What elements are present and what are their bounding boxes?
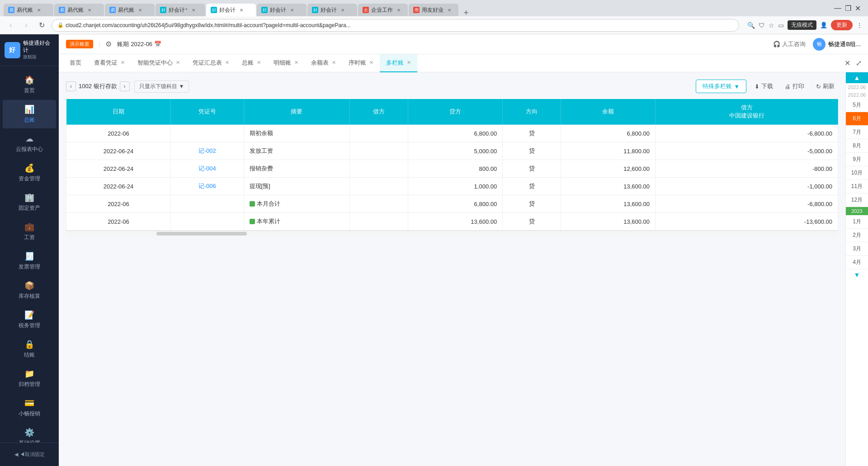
scroll-thumb[interactable]: [156, 232, 247, 235]
star-icon[interactable]: ☆: [769, 22, 774, 29]
refresh-button[interactable]: ↻: [36, 21, 47, 29]
demo-badge[interactable]: 演示账套: [66, 40, 93, 48]
next-account-button[interactable]: ›: [120, 81, 130, 91]
tab-close-voucher[interactable]: ✕: [121, 60, 125, 66]
sidebar-item-assets[interactable]: 🏢 固定资产: [3, 188, 56, 217]
tab-close-2[interactable]: ✕: [88, 8, 91, 13]
period-calendar-icon[interactable]: 📅: [154, 41, 161, 47]
sidebar-item-expense[interactable]: 💳 小畅报销: [3, 394, 56, 422]
close-button[interactable]: ✕: [855, 4, 861, 13]
tab-detail-ledger[interactable]: 明细账 ✕: [267, 54, 305, 72]
sidebar-item-close[interactable]: 🔒 结账: [3, 335, 56, 363]
maximize-button[interactable]: ❐: [845, 4, 851, 13]
tab-close-4[interactable]: ✕: [192, 8, 195, 13]
sidebar-item-invoice[interactable]: 🧾 发票管理: [3, 247, 56, 275]
browser-tab-6[interactable]: 好 好会计 ✕: [257, 4, 307, 16]
voucher-link[interactable]: 记-002: [198, 147, 216, 154]
tab-smart-voucher[interactable]: 智能凭证中心 ✕: [131, 54, 186, 72]
browser-tab-1[interactable]: 易 易代账 ✕: [4, 4, 53, 16]
unpin-button[interactable]: ◀ ◀取消固定: [0, 447, 59, 461]
browser-tab-4[interactable]: 好 好会计⁺ ✕: [156, 4, 205, 16]
new-tab-button[interactable]: ＋: [462, 8, 470, 16]
tab-close-multi-column[interactable]: ✕: [407, 60, 411, 66]
month-2023-1[interactable]: 1月: [846, 215, 868, 229]
month-2023-4[interactable]: 4月: [846, 256, 868, 269]
tab-label-8: 企业工作: [371, 6, 393, 14]
customer-service-button[interactable]: 🎧 人工咨询: [773, 40, 806, 48]
sidebar-item-fund[interactable]: 💰 资金管理: [3, 159, 56, 187]
tab-close-9[interactable]: ✕: [448, 8, 451, 13]
sidebar-item-report[interactable]: ☁ 云报表中心: [3, 129, 56, 158]
tab-close-general-ledger[interactable]: ✕: [257, 60, 261, 66]
sidebar-item-home[interactable]: 🏠 首页: [3, 71, 56, 99]
menu-icon[interactable]: ⋮: [856, 22, 863, 29]
month-11[interactable]: 11月: [846, 180, 868, 193]
month-2023-3[interactable]: 3月: [846, 242, 868, 256]
date-scroll-up[interactable]: ▲: [846, 72, 868, 83]
tab-close-voucher-summary[interactable]: ✕: [225, 60, 229, 66]
shield-icon[interactable]: 🛡: [759, 22, 765, 29]
sub-filter-dropdown[interactable]: 只显示下级科目 ▼: [134, 80, 189, 93]
tab-collapse-icon[interactable]: ✕: [843, 57, 852, 69]
tab-expand-icon[interactable]: ⤢: [854, 57, 863, 69]
browser-tab-5[interactable]: 好 好会计 ✕: [206, 4, 256, 16]
settings-gear-icon[interactable]: ⚙: [105, 40, 112, 48]
month-12[interactable]: 12月: [846, 193, 868, 207]
tab-close-1[interactable]: ✕: [37, 8, 41, 13]
update-button[interactable]: 更新: [831, 20, 853, 30]
sidebar-item-settings[interactable]: ⚙️ 基础设置: [3, 423, 56, 442]
tab-close-balance[interactable]: ✕: [332, 60, 336, 66]
voucher-link[interactable]: 记-006: [198, 183, 216, 189]
cell-balance: 13,600.00: [561, 195, 655, 213]
tab-home[interactable]: 首页: [63, 54, 88, 72]
month-8[interactable]: 8月: [846, 139, 868, 153]
sidebar-toggle-icon[interactable]: ▭: [778, 22, 784, 29]
user-profile-icon[interactable]: 👤: [820, 22, 827, 28]
browser-tab-7[interactable]: 好 好会计 ✕: [307, 4, 357, 16]
forward-button[interactable]: ›: [21, 21, 32, 29]
user-avatar: 畅: [813, 38, 826, 51]
sidebar-item-ledger[interactable]: 📊 总账: [3, 100, 56, 128]
tab-close-6[interactable]: ✕: [290, 8, 294, 13]
wuhen-mode-button[interactable]: 无痕模式: [788, 20, 816, 30]
sidebar-item-inventory[interactable]: 📦 库存核算: [3, 276, 56, 305]
sidebar-item-salary[interactable]: 💼 工资: [3, 217, 56, 246]
horizontal-scrollbar[interactable]: [66, 231, 838, 236]
minimize-button[interactable]: —: [834, 4, 841, 12]
print-button[interactable]: 🖨 打印: [781, 80, 808, 93]
month-7[interactable]: 7月: [846, 126, 868, 139]
search-icon[interactable]: 🔍: [747, 22, 755, 29]
tab-journal[interactable]: 序时账 ✕: [342, 54, 380, 72]
tab-close-5[interactable]: ✕: [240, 8, 243, 13]
tab-multi-column[interactable]: 多栏账 ✕: [380, 54, 417, 72]
tab-close-smart-voucher[interactable]: ✕: [176, 60, 180, 66]
month-5[interactable]: 5月: [846, 99, 868, 112]
sidebar-item-archive[interactable]: 📁 归档管理: [3, 364, 56, 393]
refresh-button[interactable]: ↻ 刷新: [812, 80, 838, 93]
browser-tab-2[interactable]: 易 易代账 ✕: [54, 4, 104, 16]
url-input[interactable]: 🔒 cloud2.chanjet.com/accounting/uh26t264…: [52, 19, 739, 32]
special-multi-column-button[interactable]: 特殊多栏账 ▼: [696, 80, 746, 93]
sidebar-item-tax[interactable]: 📝 税务管理: [3, 306, 56, 334]
voucher-link[interactable]: 记-004: [198, 165, 216, 172]
month-9[interactable]: 9月: [846, 153, 868, 166]
tab-general-ledger[interactable]: 总账 ✕: [236, 54, 267, 72]
prev-account-button[interactable]: ‹: [66, 81, 76, 91]
month-10[interactable]: 10月: [846, 166, 868, 180]
tab-close-8[interactable]: ✕: [397, 8, 401, 13]
tab-close-7[interactable]: ✕: [341, 8, 344, 13]
tab-voucher[interactable]: 查看凭证 ✕: [88, 54, 131, 72]
tab-close-3[interactable]: ✕: [138, 8, 142, 13]
month-6[interactable]: 6月: [846, 112, 868, 126]
download-button[interactable]: ⬇ 下载: [751, 80, 777, 93]
tab-close-journal[interactable]: ✕: [369, 60, 373, 66]
browser-tab-3[interactable]: 易 易代账 ✕: [105, 4, 155, 16]
browser-tab-9[interactable]: 用 用友好业 ✕: [409, 4, 458, 16]
date-scroll-down[interactable]: ▼: [846, 269, 868, 280]
tab-close-detail-ledger[interactable]: ✕: [294, 60, 298, 66]
tab-voucher-summary[interactable]: 凭证汇总表 ✕: [186, 54, 236, 72]
month-2023-2[interactable]: 2月: [846, 229, 868, 242]
tab-balance[interactable]: 余额表 ✕: [305, 54, 342, 72]
back-button[interactable]: ‹: [5, 21, 16, 29]
browser-tab-8[interactable]: 企 企业工作 ✕: [358, 4, 408, 16]
